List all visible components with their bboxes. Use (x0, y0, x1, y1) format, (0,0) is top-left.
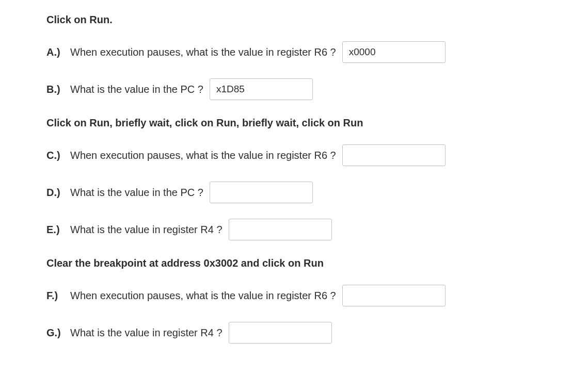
instruction-heading-2: Click on Run, briefly wait, click on Run… (46, 116, 542, 130)
answer-input-e[interactable] (229, 219, 332, 240)
question-row-g: G.) What is the value in register R4 ? (46, 322, 542, 344)
question-b-letter: B.) (46, 82, 63, 96)
answer-input-b[interactable] (210, 78, 313, 100)
instruction-heading-3: Clear the breakpoint at address 0x3002 a… (46, 256, 542, 270)
question-c-label: C.) When execution pauses, what is the v… (46, 148, 336, 162)
question-e-letter: E.) (46, 222, 63, 237)
question-g-letter: G.) (46, 325, 63, 340)
question-a-text: When execution pauses, what is the value… (70, 45, 336, 59)
question-b-text: What is the value in the PC ? (70, 82, 203, 96)
question-c-text: When execution pauses, what is the value… (70, 148, 336, 162)
question-a-letter: A.) (46, 45, 63, 59)
question-row-c: C.) When execution pauses, what is the v… (46, 144, 542, 166)
question-row-f: F.) When execution pauses, what is the v… (46, 285, 542, 306)
question-f-text: When execution pauses, what is the value… (70, 288, 336, 303)
answer-input-f[interactable] (342, 285, 446, 306)
answer-input-d[interactable] (210, 182, 313, 203)
question-row-a: A.) When execution pauses, what is the v… (46, 41, 542, 63)
question-row-d: D.) What is the value in the PC ? (46, 182, 542, 203)
answer-input-c[interactable] (342, 144, 446, 166)
question-g-text: What is the value in register R4 ? (70, 325, 223, 340)
question-row-b: B.) What is the value in the PC ? (46, 78, 542, 100)
answer-input-g[interactable] (229, 322, 332, 344)
question-c-letter: C.) (46, 148, 63, 162)
question-e-text: What is the value in register R4 ? (70, 222, 223, 237)
question-d-text: What is the value in the PC ? (70, 185, 203, 200)
question-f-label: F.) When execution pauses, what is the v… (46, 288, 336, 303)
question-g-label: G.) What is the value in register R4 ? (46, 325, 223, 340)
question-d-letter: D.) (46, 185, 63, 200)
question-f-letter: F.) (46, 288, 63, 303)
question-d-label: D.) What is the value in the PC ? (46, 185, 203, 200)
question-b-label: B.) What is the value in the PC ? (46, 82, 203, 96)
question-row-e: E.) What is the value in register R4 ? (46, 219, 542, 240)
instruction-heading-1: Click on Run. (46, 12, 542, 27)
answer-input-a[interactable] (342, 41, 446, 63)
question-e-label: E.) What is the value in register R4 ? (46, 222, 223, 237)
question-a-label: A.) When execution pauses, what is the v… (46, 45, 336, 59)
